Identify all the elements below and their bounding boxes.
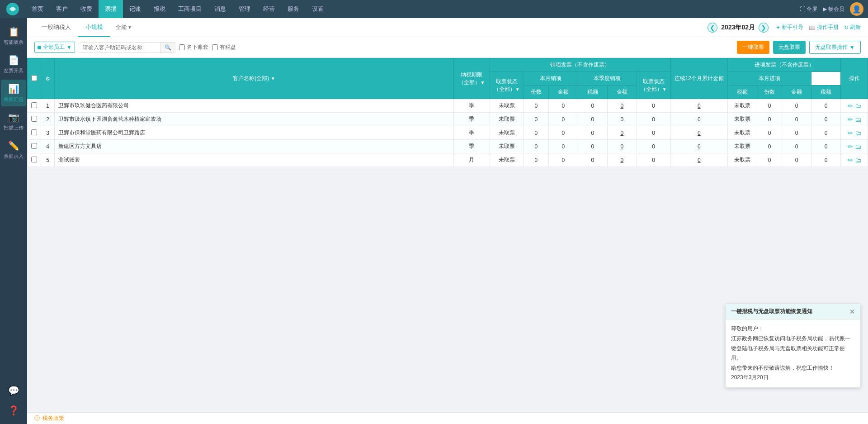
nav-tax[interactable]: 报税 [147, 0, 172, 18]
row-actions-0: ✏ 🗂 [841, 99, 868, 113]
settings-icon[interactable]: ⚙ [45, 76, 50, 82]
nav-business[interactable]: 工商项目 [172, 0, 208, 18]
row-index-3: 4 [41, 140, 55, 153]
th-annual-amount: 连续12个月累计金额 [670, 58, 727, 99]
edit-icon-1[interactable]: ✏ [848, 116, 853, 123]
row-checkbox-4 [28, 153, 41, 167]
th-checkbox [28, 58, 41, 99]
user-avatar[interactable]: 👤 [850, 2, 863, 16]
select-all-checkbox[interactable] [31, 75, 37, 81]
detail-icon-4[interactable]: 🗂 [855, 157, 861, 164]
row-tax-sales-2: 0 [578, 126, 607, 140]
nav-settings[interactable]: 设置 [306, 0, 330, 18]
status-text[interactable]: 税务政策 [42, 414, 64, 422]
nav-message[interactable]: 消息 [208, 0, 232, 18]
no-disk-fetch-button[interactable]: 无盘取票 [773, 41, 806, 54]
one-key-fetch-button[interactable]: 一键取票 [737, 41, 769, 54]
sidebar-label-scan-upload: 扫描上传 [4, 124, 24, 131]
row-amount-purchase-0: 0 [782, 99, 811, 113]
notification-close-btn[interactable]: ✕ [849, 308, 855, 315]
sidebar-item-smart-fetch[interactable]: 📋 智能取票 [1, 23, 26, 49]
tax-disk-checkbox[interactable] [212, 44, 218, 50]
edit-icon-2[interactable]: ✏ [848, 129, 853, 137]
edit-icon-0[interactable]: ✏ [848, 102, 853, 110]
nav-items: 首页 客户 收费 票据 记账 报税 工商项目 消息 管理 经营 服务 设置 [25, 0, 800, 18]
sidebar-item-open-invoice[interactable]: 📄 发票开具 [1, 51, 26, 78]
new-guide-link[interactable]: ✦ 新手引导 [776, 24, 803, 31]
row-actions-1: ✏ 🗂 [841, 113, 868, 126]
chat-icon: 💬 [8, 385, 19, 396]
row-checkbox-2 [28, 126, 41, 140]
row-fetch-status-purchase-3: 未取票 [728, 140, 757, 153]
row-tax-purchase-3: 0 [811, 140, 841, 153]
prev-period-btn[interactable]: ❮ [708, 23, 717, 33]
row-select-0[interactable] [31, 102, 37, 108]
row-checkbox-1 [28, 113, 41, 126]
sidebar-item-help[interactable]: ❓ [1, 401, 26, 419]
row-customer-3: 新建区方方文具店 [55, 140, 454, 153]
detail-icon-1[interactable]: 🗂 [855, 116, 861, 123]
row-amount-purchase-1: 0 [782, 113, 811, 126]
nav-operation[interactable]: 经营 [257, 0, 281, 18]
edit-icon-3[interactable]: ✏ [848, 143, 853, 150]
search-button[interactable]: 🔍 [160, 43, 175, 52]
sidebar-label-invoice-entry: 票据录入 [4, 153, 24, 160]
notification-header: 一键报税与无盘取票功能恢复通知 ✕ [726, 304, 860, 319]
detail-icon-0[interactable]: 🗂 [855, 102, 861, 110]
sidebar-item-scan-upload[interactable]: 📷 扫描上传 [1, 108, 26, 135]
no-disk-op-button[interactable]: 无盘取票操作 ▼ [809, 41, 861, 54]
row-fetch-status-sales-1: 未取票 [490, 113, 524, 126]
row-annual-amount-3: 0 [670, 140, 727, 153]
refresh-link[interactable]: ↻ 刷新 [844, 24, 861, 31]
row-select-3[interactable] [31, 143, 37, 149]
row-quarter-tax-1: 0 [637, 113, 670, 126]
manual-link[interactable]: 📖 操作手册 [809, 24, 839, 31]
nav-service[interactable]: 服务 [281, 0, 306, 18]
fullscreen-btn[interactable]: ⛶ 全屏 [800, 5, 817, 13]
invoice-table: ⚙ 客户名称(全部) ▼ 纳税期限（全部）▼ 销项发票（不含作废票） 连续12个… [27, 58, 868, 167]
nav-invoice[interactable]: 票据 [99, 0, 123, 18]
employee-filter[interactable]: 全部员工 ▼ [34, 42, 75, 53]
nav-bookkeeping[interactable]: 记账 [123, 0, 147, 18]
row-quarter-amount-1: 0 [607, 113, 637, 126]
th-quarter-tax-sales: 税额 [728, 86, 757, 99]
row-select-2[interactable] [31, 129, 37, 135]
tax-disk-filter[interactable]: 有税盘 [212, 43, 236, 51]
nav-management[interactable]: 管理 [232, 0, 257, 18]
th-current-month-purchase: 本月进项 [728, 72, 811, 86]
search-input[interactable] [79, 43, 160, 52]
row-tax-purchase-2: 0 [811, 126, 841, 140]
my-account-checkbox[interactable] [179, 44, 185, 50]
row-quarter-tax-2: 0 [637, 126, 670, 140]
row-select-4[interactable] [31, 157, 37, 162]
row-annual-amount-4: 0 [670, 153, 727, 167]
nav-customer[interactable]: 客户 [50, 0, 74, 18]
sidebar-item-invoice-summary[interactable]: 📊 票据汇总 [1, 80, 26, 106]
nav-home[interactable]: 首页 [25, 0, 50, 18]
tab-full-capability[interactable]: 全能 ▼ [110, 24, 137, 31]
row-select-1[interactable] [31, 116, 37, 122]
edit-icon-4[interactable]: ✏ [848, 157, 853, 164]
my-account-filter[interactable]: 名下账套 [179, 43, 208, 51]
row-amount-sales-1: 0 [548, 113, 578, 126]
sidebar-item-invoice-entry[interactable]: ✏️ 票据录入 [1, 137, 26, 163]
tab-small-scale[interactable]: 小规模 [78, 18, 110, 37]
open-invoice-icon: 📄 [8, 55, 19, 66]
left-sidebar: 📋 智能取票 📄 发票开具 📊 票据汇总 📷 扫描上传 ✏️ 票据录入 💬 ❓ [0, 18, 27, 424]
row-fetch-status-sales-2: 未取票 [490, 126, 524, 140]
tab-general-taxpayer[interactable]: 一般纳税人 [34, 18, 78, 37]
next-period-btn[interactable]: ❯ [759, 23, 769, 33]
sidebar-bottom: 💬 ❓ [1, 381, 26, 424]
fullscreen-icon: ⛶ [800, 6, 805, 12]
detail-icon-3[interactable]: 🗂 [855, 143, 861, 150]
sidebar-label-open-invoice: 发票开具 [4, 67, 24, 74]
row-tax-period-2: 季 [453, 126, 490, 140]
th-fetch-status-sales: 取票状态（全部）▼ [490, 72, 524, 99]
th-quarter-amount-sales: 金额 [607, 86, 637, 99]
th-purchase-group: 进项发票（不含作废票） [728, 58, 841, 72]
nav-fee[interactable]: 收费 [74, 0, 99, 18]
member-btn[interactable]: ▶ 畅会员 [823, 5, 844, 13]
row-tax-sales-0: 0 [578, 99, 607, 113]
sidebar-item-chat[interactable]: 💬 [1, 381, 26, 400]
detail-icon-2[interactable]: 🗂 [855, 129, 861, 137]
